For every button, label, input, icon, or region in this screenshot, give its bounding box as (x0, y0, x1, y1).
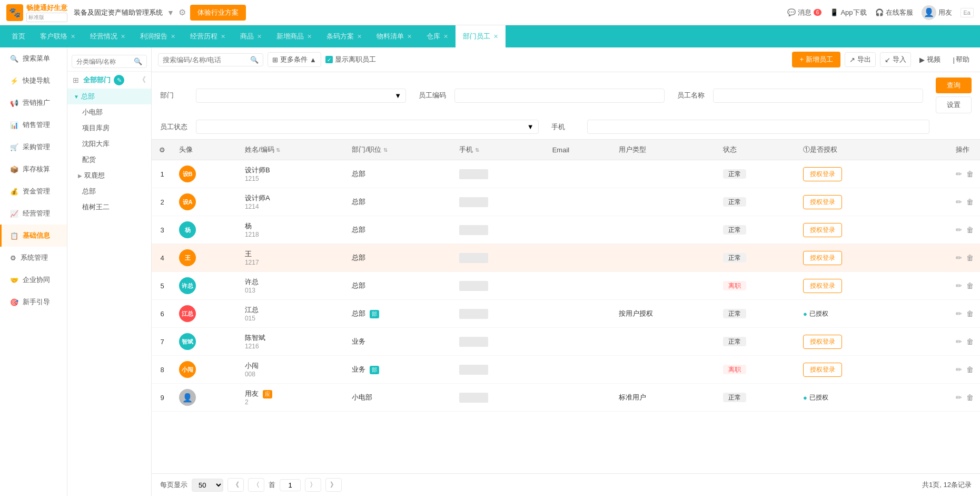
search-btn[interactable]: 查询 (936, 77, 972, 93)
auth-btn[interactable]: 授权登录 (803, 335, 842, 349)
try-btn[interactable]: 体验行业方案 (190, 5, 246, 21)
show-resigned-toggle[interactable]: ✓ 显示离职员工 (325, 55, 376, 64)
tab-goods[interactable]: 商品✕ (233, 25, 269, 47)
sidebar-item-system[interactable]: ⚙ 系统管理 (0, 247, 67, 269)
msg-item[interactable]: 💬 消息 6 (787, 8, 822, 17)
view-btn[interactable]: ▶ 视频 (915, 53, 945, 66)
import-btn[interactable]: ↙ 导入 (880, 52, 911, 67)
edit-btn[interactable]: ✏ (956, 337, 962, 346)
dept-item-headquarters-main[interactable]: ▼ 总部 (67, 89, 151, 104)
tab-operations[interactable]: 经营情况✕ (83, 25, 133, 47)
close-barcode-tab[interactable]: ✕ (357, 33, 362, 40)
sidebar-item-marketing[interactable]: 📢 营销推广 (0, 92, 67, 114)
dept-item-headquarters-sub[interactable]: 总部 (67, 183, 151, 199)
col-phone[interactable]: 手机 ⇅ (453, 140, 546, 160)
tab-bom[interactable]: 物料清单✕ (369, 25, 419, 47)
delete-btn[interactable]: 🗑 (966, 170, 974, 178)
reset-btn[interactable]: 设置 (936, 96, 972, 113)
per-page-select[interactable]: 50 20 100 (192, 479, 223, 492)
auth-btn[interactable]: 授权登录 (803, 251, 842, 265)
export-btn[interactable]: ↗ 导出 (845, 52, 876, 67)
dept-edit-icon[interactable]: ✎ (114, 75, 124, 85)
col-settings[interactable]: ⚙ (152, 140, 173, 160)
col-name[interactable]: 姓名/编码 ⇅ (239, 140, 346, 160)
app-download[interactable]: 📱 App下载 (830, 8, 866, 17)
edit-btn[interactable]: ✏ (956, 393, 962, 402)
sidebar-item-search[interactable]: 🔍 搜索菜单 (0, 47, 67, 70)
close-warehouse-tab[interactable]: ✕ (443, 33, 448, 40)
edit-btn[interactable]: ✏ (956, 365, 962, 374)
dept-filter-select[interactable]: ▼ (196, 89, 406, 103)
edit-btn[interactable]: ✏ (956, 198, 962, 206)
tab-new-goods[interactable]: 新增商品✕ (269, 25, 319, 47)
delete-btn[interactable]: 🗑 (966, 365, 974, 374)
dept-all-label[interactable]: 全部部门 (83, 75, 111, 85)
delete-btn[interactable]: 🗑 (966, 226, 974, 234)
auth-btn[interactable]: 授权登录 (803, 223, 842, 237)
auth-btn[interactable]: 授权登录 (803, 279, 842, 293)
auth-btn[interactable]: 授权登录 (803, 195, 842, 209)
sidebar-item-collab[interactable]: 🤝 企业协同 (0, 269, 67, 291)
close-bom-tab[interactable]: ✕ (407, 33, 412, 40)
delete-btn[interactable]: 🗑 (966, 281, 974, 290)
sidebar-item-operations[interactable]: 📈 经营管理 (0, 202, 67, 225)
sidebar-item-quicknav[interactable]: ⚡ 快捷导航 (0, 70, 67, 92)
prev-page-btn[interactable]: 〈 (248, 478, 264, 492)
status-filter-select[interactable]: ▼ (196, 120, 539, 134)
close-profit-tab[interactable]: ✕ (171, 33, 175, 40)
delete-btn[interactable]: 🗑 (966, 309, 974, 318)
auth-btn[interactable]: 授权登录 (803, 167, 842, 181)
close-history-tab[interactable]: ✕ (221, 33, 225, 40)
emp-name-input[interactable] (713, 89, 923, 103)
dept-search-input[interactable] (76, 58, 132, 65)
delete-btn[interactable]: 🗑 (966, 393, 974, 402)
sidebar-item-guide[interactable]: 🎯 新手引导 (0, 291, 67, 313)
edit-btn[interactable]: ✏ (956, 170, 962, 178)
phone-input[interactable] (587, 120, 930, 134)
auth-btn[interactable]: 授权登录 (803, 363, 842, 377)
close-new-goods-tab[interactable]: ✕ (307, 33, 312, 40)
delete-btn[interactable]: 🗑 (966, 198, 974, 206)
close-goods-tab[interactable]: ✕ (257, 33, 262, 40)
page-number-input[interactable] (280, 479, 301, 491)
delete-btn[interactable]: 🗑 (966, 337, 974, 346)
sys-dropdown-icon[interactable]: ▼ (167, 8, 174, 17)
next-page-btn[interactable]: 〉 (305, 478, 321, 492)
edit-btn[interactable]: ✏ (956, 254, 962, 262)
dept-item-zhishu-wang[interactable]: 植树王二 (67, 199, 151, 215)
help-btn[interactable]: | 帮助 (949, 53, 974, 66)
more-filter-btn[interactable]: ⊞ 更多条件 ▲ (268, 52, 321, 67)
online-service[interactable]: 🎧 在线客服 (875, 8, 913, 17)
edit-btn[interactable]: ✏ (956, 226, 962, 234)
emp-code-input[interactable] (454, 89, 665, 103)
tab-home[interactable]: 首页 (4, 25, 33, 47)
edit-btn[interactable]: ✏ (956, 281, 962, 290)
dept-item-project-warehouse[interactable]: 项目库房 (67, 120, 151, 136)
tab-customer[interactable]: 客户联络✕ (33, 25, 83, 47)
user-area[interactable]: 👤 用友 (922, 5, 952, 20)
dept-collapse-btn[interactable]: 《 (138, 75, 146, 85)
gear-icon[interactable]: ⚙ (179, 7, 186, 17)
sidebar-item-purchase[interactable]: 🛒 采购管理 (0, 136, 67, 158)
sidebar-item-finance[interactable]: 💰 资金管理 (0, 180, 67, 202)
sidebar-item-sales[interactable]: 📊 销售管理 (0, 114, 67, 136)
search-input[interactable] (163, 56, 247, 64)
tab-barcode[interactable]: 条码方案✕ (319, 25, 369, 47)
edit-btn[interactable]: ✏ (956, 309, 962, 318)
sidebar-item-inventory[interactable]: 📦 库存核算 (0, 158, 67, 180)
tab-history[interactable]: 经营历程✕ (183, 25, 233, 47)
first-page-btn[interactable]: 《 (227, 478, 244, 492)
close-employees-tab[interactable]: ✕ (493, 33, 498, 40)
add-employee-btn[interactable]: + 新增员工 (792, 52, 840, 67)
tab-warehouse[interactable]: 仓库✕ (419, 25, 456, 47)
tab-employees[interactable]: 部门员工✕ (456, 25, 506, 47)
dept-item-small-elec[interactable]: 小电部 (67, 104, 151, 120)
tab-profit[interactable]: 利润报告✕ (133, 25, 183, 47)
search-icon[interactable]: 🔍 (250, 56, 259, 64)
last-page-btn[interactable]: 》 (325, 478, 342, 492)
dept-item-peihu[interactable]: 配货 (67, 152, 151, 168)
dept-item-shenyang[interactable]: 沈阳大库 (67, 136, 151, 152)
col-dept[interactable]: 部门/职位 ⇅ (345, 140, 453, 160)
delete-btn[interactable]: 🗑 (966, 254, 974, 262)
dept-item-shuangluxiang[interactable]: ▶ 双鹿想 (67, 168, 151, 183)
